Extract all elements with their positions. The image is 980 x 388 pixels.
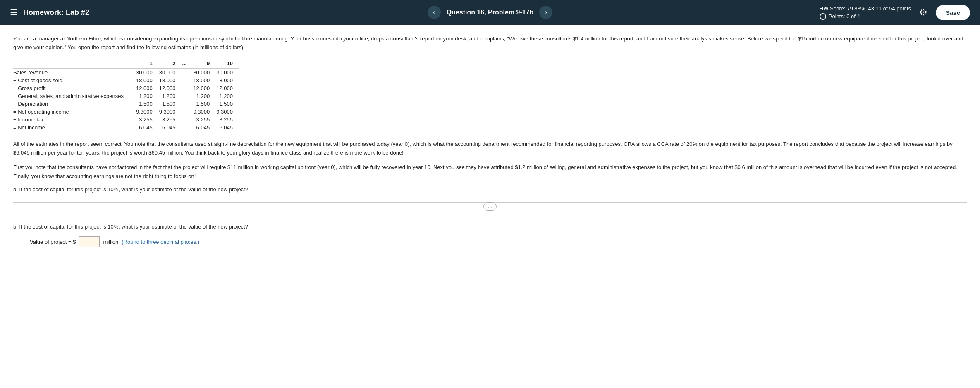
table-row: − Depreciation 1.500 1.500 1.500 1.500 xyxy=(13,100,239,108)
next-question-button[interactable]: › xyxy=(539,6,552,19)
row-y10: 3.255 xyxy=(216,116,239,124)
row-y2: 6.045 xyxy=(159,124,182,131)
row-y1: 6.045 xyxy=(136,124,159,131)
rounding-hint: (Round to three decimal places.) xyxy=(122,239,199,245)
row-y2: 1.500 xyxy=(159,100,182,108)
row-label: = Net operating income xyxy=(13,108,136,116)
paragraph-1: All of the estimates in the report seem … xyxy=(13,140,964,157)
row-y9: 6.045 xyxy=(193,124,216,131)
table-row: − General, sales, and administrative exp… xyxy=(13,92,239,100)
row-dots xyxy=(182,92,194,100)
row-y1: 9.3000 xyxy=(136,108,159,116)
col-header-1: 1 xyxy=(136,60,159,69)
row-y1: 18.000 xyxy=(136,76,159,84)
paragraph-2: First you note that the consultants have… xyxy=(13,163,964,181)
row-y1: 30.000 xyxy=(136,68,159,76)
hw-score-label: HW Score: 79.83%, 43.11 of 54 points xyxy=(820,5,911,13)
row-y9: 1.200 xyxy=(193,92,216,100)
header-title: Homework: Lab #2 xyxy=(23,8,89,17)
table-row: = Gross profit 12.000 12.000 12.000 12.0… xyxy=(13,84,239,92)
answer-question-label: b. If the cost of capital for this proje… xyxy=(13,224,967,230)
title-prefix: Homework: xyxy=(23,8,66,17)
row-dots xyxy=(182,68,194,76)
row-dots xyxy=(182,76,194,84)
row-dots xyxy=(182,84,194,92)
header-center: ‹ Question 16, Problem 9-17b › xyxy=(333,6,648,19)
col-header-label xyxy=(13,60,136,69)
row-y1: 1.500 xyxy=(136,100,159,108)
table-row: − Cost of goods sold 18.000 18.000 18.00… xyxy=(13,76,239,84)
save-button[interactable]: Save xyxy=(936,5,970,20)
unit-label: million xyxy=(103,239,118,245)
financial-table: 1 2 ... 9 10 Sales revenue 30.000 30.000… xyxy=(13,60,239,131)
row-y2: 3.255 xyxy=(159,116,182,124)
col-header-2: 2 xyxy=(159,60,182,69)
value-label: Value of project = $ xyxy=(30,239,76,245)
title-lab: Lab #2 xyxy=(66,8,89,17)
row-y10: 30.000 xyxy=(216,68,239,76)
table-header-row: 1 2 ... 9 10 xyxy=(13,60,239,69)
table-row: = Net income 6.045 6.045 6.045 6.045 xyxy=(13,124,239,131)
row-y10: 1.200 xyxy=(216,92,239,100)
table-row: − Income tax 3.255 3.255 3.255 3.255 xyxy=(13,116,239,124)
row-y9: 9.3000 xyxy=(193,108,216,116)
row-y2: 18.000 xyxy=(159,76,182,84)
header-left: ☰ Homework: Lab #2 xyxy=(10,7,325,17)
header-right: HW Score: 79.83%, 43.11 of 54 points Poi… xyxy=(655,5,970,21)
row-label: − Cost of goods sold xyxy=(13,76,136,84)
row-y10: 18.000 xyxy=(216,76,239,84)
question-b-top: b. If the cost of capital for this proje… xyxy=(13,186,967,193)
row-y9: 3.255 xyxy=(193,116,216,124)
points-circle-icon xyxy=(820,13,826,20)
main-content: You are a manager at Northern Fibre, whi… xyxy=(0,25,980,388)
row-y9: 18.000 xyxy=(193,76,216,84)
col-header-10: 10 xyxy=(216,60,239,69)
points-label: Points: 0 of 4 xyxy=(829,12,860,21)
prev-question-button[interactable]: ‹ xyxy=(428,6,441,19)
points-row: Points: 0 of 4 xyxy=(820,12,911,21)
row-y1: 12.000 xyxy=(136,84,159,92)
row-label: − General, sales, and administrative exp… xyxy=(13,92,136,100)
row-label: Sales revenue xyxy=(13,68,136,76)
table-row: Sales revenue 30.000 30.000 30.000 30.00… xyxy=(13,68,239,76)
row-y10: 9.3000 xyxy=(216,108,239,116)
divider-dots: ... xyxy=(483,202,497,211)
row-label: − Income tax xyxy=(13,116,136,124)
row-label: − Depreciation xyxy=(13,100,136,108)
row-y2: 9.3000 xyxy=(159,108,182,116)
question-label: Question 16, Problem 9-17b xyxy=(447,9,534,16)
row-label: = Net income xyxy=(13,124,136,131)
row-y10: 6.045 xyxy=(216,124,239,131)
row-label: = Gross profit xyxy=(13,84,136,92)
settings-icon[interactable]: ⚙ xyxy=(919,7,927,18)
row-y2: 1.200 xyxy=(159,92,182,100)
table-row: = Net operating income 9.3000 9.3000 9.3… xyxy=(13,108,239,116)
row-y10: 1.500 xyxy=(216,100,239,108)
answer-section: b. If the cost of capital for this proje… xyxy=(13,215,967,247)
col-header-9: 9 xyxy=(193,60,216,69)
menu-icon[interactable]: ☰ xyxy=(10,7,17,17)
row-dots xyxy=(182,116,194,124)
row-y9: 1.500 xyxy=(193,100,216,108)
row-y1: 3.255 xyxy=(136,116,159,124)
row-y1: 1.200 xyxy=(136,92,159,100)
row-y2: 30.000 xyxy=(159,68,182,76)
value-input[interactable] xyxy=(79,236,100,247)
app-header: ☰ Homework: Lab #2 ‹ Question 16, Proble… xyxy=(0,0,980,25)
row-dots xyxy=(182,108,194,116)
row-dots xyxy=(182,100,194,108)
row-y9: 12.000 xyxy=(193,84,216,92)
answer-row: Value of project = $ million (Round to t… xyxy=(30,236,967,247)
row-y9: 30.000 xyxy=(193,68,216,76)
row-y10: 12.000 xyxy=(216,84,239,92)
score-info: HW Score: 79.83%, 43.11 of 54 points Poi… xyxy=(820,5,911,21)
col-header-dots: ... xyxy=(182,60,194,69)
section-divider: ... xyxy=(13,202,967,211)
row-dots xyxy=(182,124,194,131)
row-y2: 12.000 xyxy=(159,84,182,92)
intro-paragraph: You are a manager at Northern Fibre, whi… xyxy=(13,35,964,52)
